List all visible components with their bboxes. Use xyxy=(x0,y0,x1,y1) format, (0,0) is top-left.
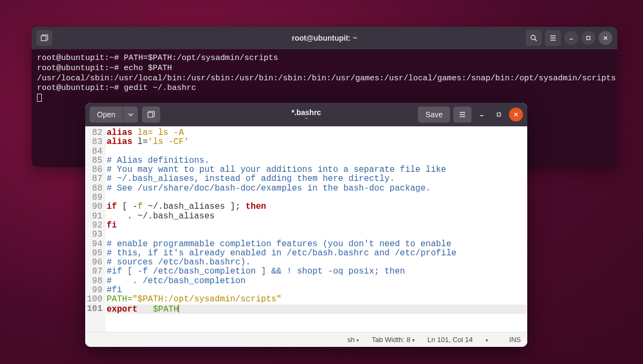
svg-rect-7 xyxy=(587,36,590,40)
terminal-titlebar: root@ubuntupit: ~ xyxy=(32,27,617,49)
line-number-gutter: 8283848586878889909192939495969798991001… xyxy=(85,126,106,332)
svg-point-1 xyxy=(531,35,535,40)
svg-rect-10 xyxy=(148,112,153,117)
gedit-minimize-button[interactable] xyxy=(475,108,489,122)
open-recent-dropdown[interactable] xyxy=(123,107,138,123)
tab-width-selector[interactable]: Tab Width: 8 xyxy=(372,336,415,344)
editor-area[interactable]: 8283848586878889909192939495969798991001… xyxy=(85,126,527,332)
svg-line-2 xyxy=(535,39,537,41)
minimize-icon xyxy=(569,35,574,41)
terminal-maximize-button[interactable] xyxy=(581,31,595,45)
terminal-new-tab-button[interactable] xyxy=(36,30,53,46)
search-icon xyxy=(530,34,537,42)
maximize-icon xyxy=(496,112,502,117)
new-tab-icon xyxy=(147,111,155,118)
gedit-maximize-button[interactable] xyxy=(492,108,506,122)
chevron-down-icon xyxy=(128,112,133,117)
new-document-button[interactable] xyxy=(142,107,160,123)
terminal-search-button[interactable] xyxy=(526,30,542,46)
terminal-menu-button[interactable] xyxy=(545,30,561,46)
cursor-position: Ln 101, Col 14 xyxy=(428,336,473,344)
position-menu[interactable] xyxy=(485,336,496,344)
open-button[interactable]: Open xyxy=(89,107,123,123)
gedit-titlebar: Open *.bashrc ~ Save xyxy=(85,103,527,126)
gedit-close-button[interactable] xyxy=(509,108,523,122)
close-icon xyxy=(513,112,519,117)
new-tab-icon xyxy=(41,34,48,42)
maximize-icon xyxy=(586,35,591,41)
gedit-title: *.bashrc ~ xyxy=(291,108,321,122)
terminal-cursor xyxy=(37,94,42,102)
code-content[interactable]: alias la= ls -Aalias l='ls -CF'# Alias d… xyxy=(106,126,527,332)
gedit-window: Open *.bashrc ~ Save xyxy=(85,103,527,347)
svg-rect-15 xyxy=(497,113,500,116)
hamburger-icon xyxy=(549,34,557,42)
gedit-menu-button[interactable] xyxy=(453,107,472,123)
insert-mode[interactable]: INS xyxy=(509,336,521,344)
svg-rect-0 xyxy=(41,36,46,41)
terminal-close-button[interactable] xyxy=(599,31,612,45)
terminal-title: root@ubuntupit: ~ xyxy=(291,34,357,42)
hamburger-icon xyxy=(459,111,466,118)
close-icon xyxy=(603,35,608,41)
minimize-icon xyxy=(479,112,484,117)
language-selector[interactable]: sh xyxy=(347,336,359,344)
save-button[interactable]: Save xyxy=(418,107,450,123)
status-bar: sh Tab Width: 8 Ln 101, Col 14 INS xyxy=(85,332,527,347)
terminal-minimize-button[interactable] xyxy=(564,31,578,45)
